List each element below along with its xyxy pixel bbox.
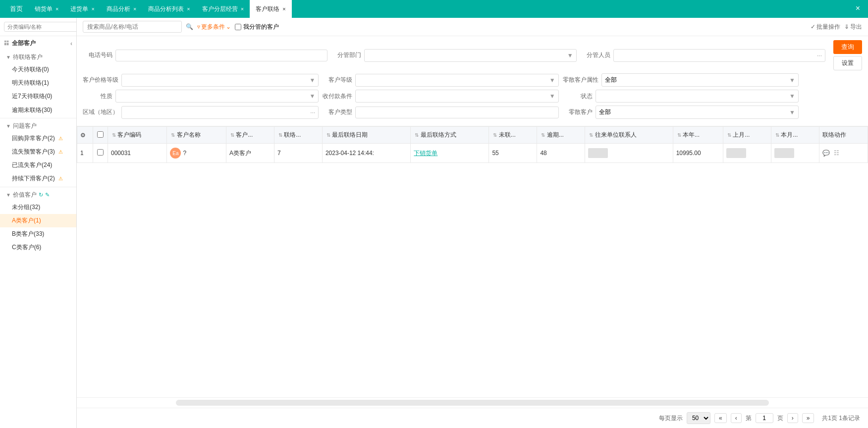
input-phone[interactable] — [115, 50, 327, 61]
field-nature: 性质 ▼ — [83, 90, 319, 103]
refresh-icon[interactable]: ↻ — [39, 192, 43, 198]
th-gear[interactable]: ⚙ — [77, 127, 93, 144]
sidebar-item-7day-contact[interactable]: 近7天待联络(0) — [0, 90, 76, 103]
select-status[interactable]: ▼ — [596, 90, 799, 103]
chevron-retail-customer-icon: ▼ — [789, 109, 795, 116]
th-last-contact-method[interactable]: ⇅ 最后联络方式 — [411, 127, 489, 144]
nav-home[interactable]: 首页 — [4, 0, 29, 18]
nav-customer-contact[interactable]: 客户联络 × — [250, 0, 291, 18]
sidebar-item-unclassified[interactable]: 未分组(32) — [0, 201, 76, 214]
th-category[interactable]: ⇅ 客户... — [226, 127, 274, 144]
filter-search-icon[interactable]: 🔍 — [186, 23, 193, 30]
next-page-btn[interactable]: › — [787, 413, 798, 423]
grid-action-icon[interactable]: ☷ — [834, 150, 839, 157]
edit-icon[interactable]: ✎ — [45, 192, 50, 198]
sidebar-item-a-class[interactable]: A类客户(1) — [0, 214, 76, 227]
select-payment[interactable]: ▼ — [355, 90, 558, 103]
sidebar-item-b-class[interactable]: B类客户(33) — [0, 227, 76, 241]
select-customer-level[interactable]: ▼ — [355, 74, 558, 87]
nav-product-analysis-list[interactable]: 商品分析列表 × — [142, 0, 196, 18]
top-navigation: 首页 销货单 × 进货单 × 商品分析 × 商品分析列表 × 客户分层经营 × … — [0, 0, 868, 18]
th-unit-contact[interactable]: ⇅ 往来单位联系人 — [585, 127, 673, 144]
sidebar-item-overdue-contact[interactable]: 逾期未联络(30) — [0, 104, 76, 117]
close-product-analysis-list[interactable]: × — [187, 6, 190, 12]
sidebar-group-pending-contact[interactable]: ▼ 待联络客户 — [0, 51, 76, 63]
sidebar-all-customers[interactable]: ☷ 全部客户 ‹ — [0, 36, 76, 51]
sort-icon-cnt: ⇅ — [278, 132, 282, 138]
th-overdue[interactable]: ⇅ 逾期... — [537, 127, 585, 144]
sort-icon-lm: ⇅ — [727, 132, 731, 138]
first-page-btn[interactable]: « — [714, 413, 727, 423]
nav-sales-order[interactable]: 销货单 × — [29, 0, 64, 18]
close-product-analysis[interactable]: × — [133, 6, 136, 12]
page-number-input[interactable] — [756, 413, 773, 423]
sidebar-item-tomorrow-contact[interactable]: 明天待联络(1) — [0, 76, 76, 90]
th-this-year[interactable]: ⇅ 本年... — [673, 127, 723, 144]
input-customer-type[interactable] — [355, 107, 558, 118]
select-price-level[interactable]: ▼ — [121, 74, 319, 87]
label-dept: 分管部门 — [331, 51, 361, 59]
sidebar-item-churned[interactable]: 已流失客户(24) — [0, 159, 76, 172]
last-page-btn[interactable]: » — [802, 413, 814, 423]
warn-icon-2: ⚠ — [58, 149, 63, 155]
query-button[interactable]: 查询 — [833, 40, 862, 54]
horizontal-scrollbar[interactable] — [176, 400, 769, 406]
prev-page-btn[interactable]: ‹ — [731, 413, 742, 423]
my-customers-check[interactable] — [235, 24, 241, 30]
sidebar-item-c-class[interactable]: C类客户(6) — [0, 241, 76, 254]
close-sales-order[interactable]: × — [55, 6, 58, 12]
nav-customer-segment[interactable]: 客户分层经营 × — [196, 0, 250, 18]
window-close-icon[interactable]: × — [856, 4, 860, 13]
close-purchase-order[interactable]: × — [91, 6, 94, 12]
th-last-contact-date[interactable]: ⇅ 最后联络日期 — [322, 127, 411, 144]
gear-icon[interactable]: ⚙ — [80, 132, 86, 139]
sidebar-item-today-contact[interactable]: 今天待联络(0) — [0, 63, 76, 76]
sidebar-group-problem-customers[interactable]: ▼ 问题客户 — [0, 119, 76, 132]
th-this-month[interactable]: ⇅ 本月... — [771, 127, 819, 144]
page-size-label: 每页显示 — [659, 414, 683, 423]
select-dept[interactable]: ▼ — [364, 49, 576, 62]
sidebar-item-abnormal-repurchase[interactable]: 回购异常客户(2) ⚠ — [0, 132, 76, 145]
th-customer-name[interactable]: ⇅ 客户名称 — [167, 127, 226, 144]
cell-no-contact: 55 — [489, 144, 537, 163]
last-method-link[interactable]: 下销货单 — [414, 150, 437, 157]
cell-contact-count: 7 — [274, 144, 322, 163]
nav-purchase-order[interactable]: 进货单 × — [64, 0, 100, 18]
select-retail-attr[interactable]: 全部 ▼ — [601, 73, 799, 87]
sidebar-item-declining[interactable]: 持续下滑客户(2) ⚠ — [0, 172, 76, 185]
close-customer-contact[interactable]: × — [282, 6, 285, 12]
arrow-down-icon: ▼ — [6, 54, 11, 60]
th-no-contact[interactable]: ⇅ 未联... — [489, 127, 537, 144]
select-retail-customer[interactable]: 全部 ▼ — [596, 106, 799, 119]
select-all-checkbox[interactable] — [97, 131, 104, 138]
field-customer-type: 客户类型 — [323, 107, 558, 118]
setting-button[interactable]: 设置 — [833, 56, 862, 70]
cell-this-month — [771, 144, 819, 163]
label-payment: 收付款条件 — [323, 92, 352, 101]
nav-product-analysis[interactable]: 商品分析 × — [101, 0, 142, 18]
th-last-month[interactable]: ⇅ 上月... — [723, 127, 771, 144]
th-contact-count[interactable]: ⇅ 联络... — [274, 127, 322, 144]
sidebar-collapse-icon[interactable]: ‹ — [70, 40, 72, 47]
label-nature: 性质 — [83, 92, 112, 101]
select-nature[interactable]: ▼ — [115, 90, 319, 103]
filter-search-input[interactable] — [83, 21, 182, 33]
sidebar-group-value-customers[interactable]: ▼ 价值客户 ↻ ✎ — [0, 188, 76, 201]
row-checkbox[interactable] — [97, 149, 104, 156]
select-manager[interactable]: ··· — [613, 49, 825, 62]
field-retail-customer: 零散客户 全部 ▼ — [563, 106, 799, 119]
filter-more-btn[interactable]: ▿ 更多条件 ⌄ — [197, 23, 231, 31]
row-index: 1 — [77, 144, 93, 163]
comment-action-icon[interactable]: 💬 — [822, 150, 830, 157]
my-customers-checkbox[interactable]: 我分管的客户 — [235, 23, 279, 31]
batch-operation-btn[interactable]: ✓ 批量操作 — [811, 23, 840, 31]
select-region[interactable]: ··· — [121, 106, 319, 119]
sort-icon-od: ⇅ — [541, 132, 545, 138]
th-customer-code[interactable]: ⇅ 客户编码 — [108, 127, 167, 144]
close-customer-segment[interactable]: × — [241, 6, 244, 12]
sidebar-search-bar: 🔍 — [0, 18, 76, 36]
page-size-select[interactable]: 50 — [687, 412, 710, 424]
sidebar-search-input[interactable] — [4, 22, 77, 32]
export-btn[interactable]: ⇓ 导出 — [844, 23, 862, 31]
sidebar-item-churn-warning[interactable]: 流失预警客户(3) ⚠ — [0, 145, 76, 159]
